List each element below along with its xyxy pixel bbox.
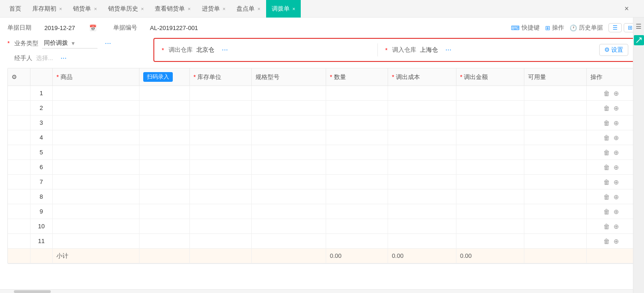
warehouse-out-value[interactable]: 北京仓 [196, 46, 214, 54]
row-index-1: 1 [30, 86, 52, 101]
business-type-label: 业务类型 [14, 39, 38, 48]
tab-sales-order[interactable]: 销货单 × [67, 0, 102, 18]
warehouse-in-ellipsis[interactable]: ··· [445, 46, 451, 54]
history-button[interactable]: 🕐 历史单据 [570, 24, 603, 32]
row-ops-1: 🗑 ⊕ [586, 86, 636, 101]
row-amount-1[interactable] [456, 86, 524, 101]
number-label: 单据编号 [113, 24, 137, 32]
col-header-index [30, 68, 52, 86]
subtotal-row: 小计 0.00 0.00 0.00 [8, 249, 636, 263]
row-spec-1[interactable] [251, 86, 326, 101]
col-header-scan: 扫码录入 [140, 68, 190, 86]
table-row: 2 🗑⊕ [8, 101, 636, 116]
tab-close-inventory-init[interactable]: × [59, 6, 62, 12]
required-star-warehouse-out: * [162, 47, 164, 54]
layout-buttons: ☰ ⊞ [608, 23, 637, 32]
business-type-select[interactable]: 同价调拨 ▾ [42, 38, 97, 49]
form-area: * 业务类型 同价调拨 ▾ ··· * 经手人 选择... ··· * 调出仓库 [7, 38, 637, 62]
delete-icon[interactable]: 🗑 [603, 119, 610, 127]
row-product-1[interactable] [53, 86, 140, 101]
copy-icon[interactable]: ⊕ [614, 90, 619, 97]
sidebar-list-icon[interactable]: ☰ [634, 21, 644, 31]
date-value[interactable]: 2019-12-27 [44, 24, 75, 31]
col-header-product: * 商品 [53, 68, 140, 86]
shortcut-button[interactable]: ⌨ 快捷键 [511, 24, 540, 32]
tab-close-sales-history[interactable]: × [141, 6, 144, 12]
table-row: 11 🗑⊕ [8, 234, 636, 249]
copy-icon[interactable]: ⊕ [614, 164, 619, 171]
tab-view-sales[interactable]: 查看销货单 × [149, 0, 196, 18]
operator-label: 经手人 [14, 54, 32, 62]
calendar-icon[interactable]: 📅 [89, 24, 97, 31]
delete-icon[interactable]: 🗑 [603, 149, 610, 156]
copy-icon[interactable]: ⊕ [614, 178, 619, 186]
warehouse-in-field: * 调入仓库 上海仓 ··· [385, 46, 594, 54]
tab-close-stocktake[interactable]: × [257, 6, 260, 12]
tab-close-view-sales[interactable]: × [188, 6, 190, 12]
delete-icon[interactable]: 🗑 [603, 178, 610, 186]
delete-icon[interactable]: 🗑 [603, 238, 610, 245]
table-row: 4 🗑⊕ [8, 130, 636, 145]
layout-list-button[interactable]: ☰ [608, 23, 622, 32]
tab-stocktake[interactable]: 盘点单 × [231, 0, 266, 18]
copy-icon[interactable]: ⊕ [614, 223, 619, 230]
right-sidebar: ☰ [633, 18, 644, 269]
copy-icon[interactable]: ⊕ [614, 208, 619, 215]
col-header-ops: 操作 [586, 68, 636, 86]
delete-icon[interactable]: 🗑 [603, 134, 610, 141]
table-row: 6 🗑⊕ [8, 160, 636, 175]
business-type-row: * 业务类型 同价调拨 ▾ ··· [7, 38, 146, 49]
delete-icon[interactable]: 🗑 [603, 223, 610, 230]
copy-icon[interactable]: ⊕ [614, 104, 619, 112]
warehouse-out-field: * 调出仓库 北京仓 ··· [162, 46, 370, 54]
tab-close-transfer[interactable]: × [292, 6, 295, 12]
data-table-container: ⚙ * 商品 扫码录入 * 库存单位 规格型号 * [7, 68, 637, 264]
warehouse-out-ellipsis[interactable]: ··· [222, 46, 228, 54]
copy-icon[interactable]: ⊕ [614, 238, 619, 245]
operator-ellipsis[interactable]: ··· [61, 54, 67, 62]
tab-inventory-init[interactable]: 库存期初 × [27, 0, 67, 18]
col-header-unit: * 库存单位 [189, 68, 251, 86]
close-page-button[interactable]: × [621, 0, 632, 18]
business-type-value: 同价调拨 [44, 39, 68, 47]
delete-icon[interactable]: 🗑 [603, 208, 610, 215]
delete-icon[interactable]: 🗑 [603, 164, 610, 171]
tab-transfer[interactable]: 调拨单 × [266, 0, 301, 18]
copy-icon[interactable]: ⊕ [614, 193, 619, 201]
form-left: * 业务类型 同价调拨 ▾ ··· * 经手人 选择... ··· [7, 38, 146, 62]
table-row: 7 🗑⊕ [8, 175, 636, 189]
col-header-gear[interactable]: ⚙ [8, 68, 30, 86]
delete-icon[interactable]: 🗑 [603, 104, 610, 112]
tab-purchase[interactable]: 进货单 × [196, 0, 231, 18]
row-cost-1[interactable] [388, 86, 456, 101]
settings-button[interactable]: ⚙ 设置 [599, 44, 628, 56]
date-label: 单据日期 [7, 24, 31, 32]
copy-icon[interactable]: ⊕ [614, 134, 619, 141]
operation-button[interactable]: ⊞ 操作 [545, 24, 564, 32]
tab-close-purchase[interactable]: × [223, 6, 225, 12]
warehouse-in-value[interactable]: 上海仓 [420, 46, 438, 54]
scan-button[interactable]: 扫码录入 [143, 72, 173, 82]
number-value: AL-20191227-001 [150, 24, 198, 31]
delete-icon[interactable]: 🗑 [603, 90, 610, 97]
row-gear-cell [8, 86, 30, 101]
operator-row: * 经手人 选择... ··· [7, 54, 146, 62]
delete-icon[interactable]: 🗑 [603, 193, 610, 201]
row-unit-1[interactable] [189, 86, 251, 101]
warehouse-out-label: 调出仓库 [169, 46, 193, 54]
tab-close-sales-order[interactable]: × [94, 6, 97, 12]
chevron-down-icon: ▾ [72, 40, 75, 47]
required-star-business: * [7, 40, 10, 47]
tab-home[interactable]: 首页 [4, 0, 27, 18]
sidebar-link-icon[interactable] [634, 35, 644, 45]
copy-icon[interactable]: ⊕ [614, 119, 619, 127]
tab-sales-history[interactable]: 销货单历史 × [103, 0, 149, 18]
copy-icon[interactable]: ⊕ [614, 149, 619, 156]
col-header-cost: * 调出成本 [388, 68, 456, 86]
table-row: 10 🗑⊕ [8, 219, 636, 234]
operator-placeholder[interactable]: 选择... [36, 54, 53, 62]
business-type-ellipsis[interactable]: ··· [105, 39, 111, 48]
table-row: 9 🗑⊕ [8, 204, 636, 219]
row-qty-1[interactable] [326, 86, 388, 101]
keyboard-icon: ⌨ [511, 24, 520, 31]
